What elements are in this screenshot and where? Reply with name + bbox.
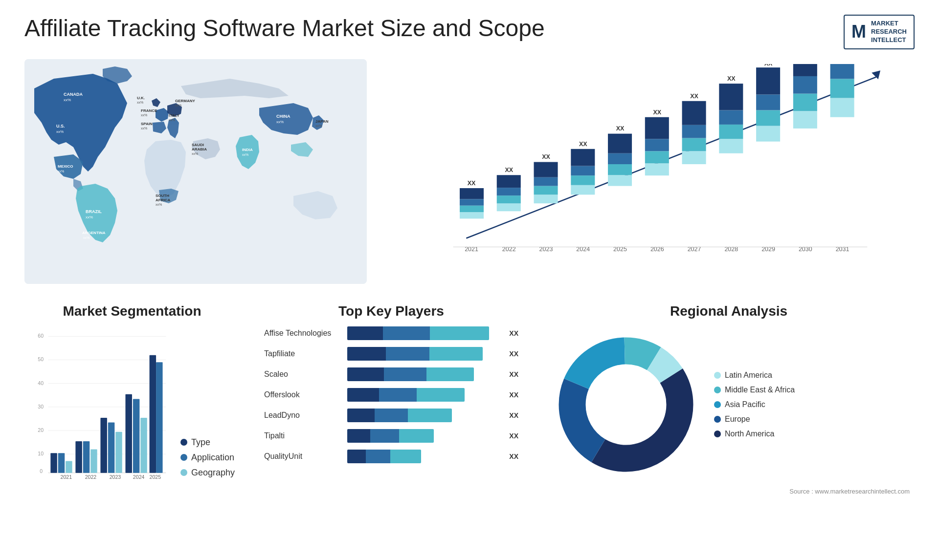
svg-rect-66 [645,151,669,163]
svg-text:SPAIN: SPAIN [141,122,153,126]
player-row-0: Affise Technologies XX [264,326,518,340]
svg-text:60: 60 [38,333,44,339]
map-svg: CANADA xx% U.S. xx% MEXICO xx% BRAZIL xx… [24,59,367,284]
player-bar-seg1 [347,429,370,443]
legend-asia-dot [714,401,721,408]
svg-text:10: 10 [38,451,44,456]
svg-rect-38 [460,188,484,199]
bar-chart-container: XX 2021 XX 2022 XX 2023 [386,59,915,284]
player-bar-seg1 [347,388,379,402]
svg-rect-50 [534,162,558,177]
player-val-0: XX [509,329,518,337]
svg-rect-91 [793,76,817,94]
svg-rect-74 [682,101,706,125]
svg-text:XX: XX [764,64,773,67]
svg-rect-95 [830,98,854,117]
donut-legend: Latin America Middle East & Africa Asia … [714,371,795,438]
svg-rect-71 [682,151,706,164]
player-bar-seg2 [370,429,399,443]
legend-north-america: North America [714,430,795,438]
legend-latin-label: Latin America [725,371,772,380]
svg-rect-67 [645,139,669,151]
svg-rect-37 [460,199,484,205]
svg-rect-42 [497,195,521,203]
svg-text:30: 30 [38,403,44,409]
svg-rect-68 [645,117,669,139]
seg-bars-svg: 60 50 40 30 20 10 0 [29,326,171,483]
svg-rect-35 [460,212,484,218]
player-bar-6 [347,450,501,463]
svg-text:XX: XX [579,140,587,147]
svg-text:2022: 2022 [85,474,97,480]
regional-title: Regional Analysis [548,303,910,319]
player-name-4: LeadDyno [264,411,342,420]
svg-text:xx%: xx% [156,203,162,206]
legend-type-dot [180,439,187,446]
svg-rect-78 [719,125,743,139]
svg-rect-128 [125,394,132,473]
svg-rect-122 [90,449,97,473]
player-name-6: QualityUnit [264,452,342,461]
svg-text:xx%: xx% [83,236,89,239]
player-bar-0 [347,326,501,340]
top-section: CANADA xx% U.S. xx% MEXICO xx% BRAZIL xx… [24,59,915,284]
svg-text:2021: 2021 [61,474,72,480]
svg-rect-117 [58,453,65,473]
legend-geo-label: Geography [191,468,235,478]
legend-type: Type [180,437,235,448]
svg-rect-83 [756,126,780,141]
svg-rect-120 [75,441,82,473]
legend-na-label: North America [725,430,774,438]
svg-rect-130 [140,418,147,473]
svg-text:xx%: xx% [137,101,143,104]
player-bar-seg3 [408,409,452,422]
player-row-1: Tapfiliate XX [264,347,518,361]
svg-text:xx%: xx% [56,129,64,134]
svg-rect-54 [571,175,595,185]
svg-text:40: 40 [38,380,44,386]
legend-type-label: Type [191,437,210,448]
player-bar-seg3 [399,429,434,443]
svg-rect-89 [793,111,817,129]
svg-text:xx%: xx% [64,98,71,102]
svg-text:XX: XX [690,92,698,99]
donut-container: Latin America Middle East & Africa Asia … [548,326,910,483]
svg-text:xx%: xx% [169,118,175,122]
svg-rect-96 [830,79,854,98]
player-val-2: XX [509,370,518,378]
svg-rect-118 [66,461,72,473]
regional-panel: Regional Analysis [543,299,915,560]
svg-text:MEXICO: MEXICO [58,164,73,169]
player-bar-seg3 [430,326,489,340]
player-bar-seg1 [347,326,383,340]
player-bar-seg1 [347,367,384,381]
svg-rect-61 [608,153,632,164]
svg-text:xx%: xx% [86,215,93,219]
player-bar-seg3 [429,347,483,361]
svg-text:xx%: xx% [315,124,322,128]
svg-rect-41 [497,203,521,211]
svg-rect-132 [150,355,156,473]
player-val-4: XX [509,411,518,419]
svg-text:xx%: xx% [141,113,147,117]
svg-rect-48 [534,186,558,194]
legend-app-label: Application [191,452,234,463]
svg-rect-59 [608,175,632,186]
legend-europe: Europe [714,415,795,424]
svg-point-140 [586,365,666,445]
player-row-3: Offerslook XX [264,388,518,402]
player-bar-seg3 [417,388,465,402]
svg-rect-90 [793,93,817,111]
segmentation-title: Market Segmentation [29,303,235,319]
player-bar-4 [347,409,501,422]
svg-rect-129 [133,399,139,473]
svg-rect-80 [719,84,743,110]
svg-text:20: 20 [38,427,44,433]
svg-text:BRAZIL: BRAZIL [86,209,102,214]
svg-text:CHINA: CHINA [276,114,291,119]
svg-text:XX: XX [542,153,550,160]
player-bar-seg2 [375,409,408,422]
player-bar-seg2 [366,450,390,463]
player-bar-seg2 [379,388,416,402]
player-bar-seg1 [347,450,366,463]
